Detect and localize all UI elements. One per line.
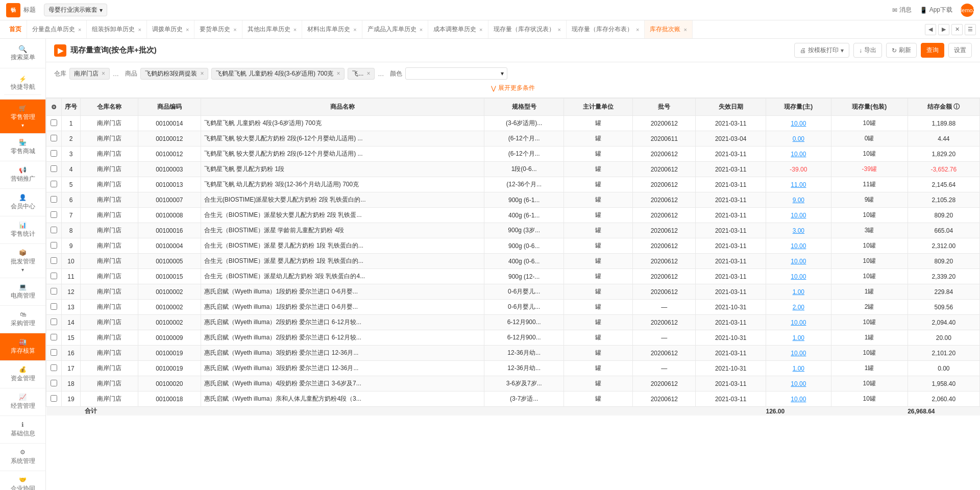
product-tag-1[interactable]: 飞鹤奶粉3段两提装 × — [140, 68, 209, 80]
nav-menu-button[interactable]: ☰ — [965, 24, 976, 35]
cell-qty-main[interactable]: 10.00 — [766, 315, 831, 330]
close-icon[interactable]: × — [186, 27, 189, 33]
row-checkbox[interactable] — [51, 150, 57, 157]
tab-5[interactable]: 其他出库单历史 × — [242, 20, 302, 39]
cell-qty-main[interactable]: 9.00 — [766, 192, 831, 208]
cell-checkbox[interactable] — [46, 238, 62, 254]
cell-checkbox[interactable] — [46, 162, 62, 177]
app-download-button[interactable]: 📱 App下载 — [920, 6, 952, 14]
cell-qty-main[interactable]: 10.00 — [766, 238, 831, 254]
cell-checkbox[interactable] — [46, 346, 62, 361]
cell-checkbox[interactable] — [46, 361, 62, 376]
close-icon[interactable]: × — [200, 70, 204, 77]
row-checkbox[interactable] — [51, 380, 57, 386]
cell-qty-main[interactable]: 10.00 — [766, 208, 831, 223]
cell-qty-main[interactable]: 1.00 — [766, 330, 831, 346]
tab-7[interactable]: 产成品入库单历史 × — [362, 20, 428, 39]
row-checkbox[interactable] — [51, 273, 57, 279]
cell-qty-main[interactable]: 10.00 — [766, 269, 831, 284]
cell-qty-main[interactable]: 10.00 — [766, 116, 831, 131]
row-checkbox[interactable] — [51, 257, 57, 264]
row-checkbox[interactable] — [51, 318, 57, 325]
sidebar-item-operations[interactable]: 📈 经营管理 — [0, 388, 45, 416]
avatar[interactable]: demo2 — [961, 4, 974, 17]
cell-qty-main[interactable]: 10.00 — [766, 346, 831, 361]
search-menu-button[interactable]: 🔍 搜索菜单 — [4, 43, 41, 64]
cell-qty-main[interactable]: 2.00 — [766, 300, 831, 315]
cell-checkbox[interactable] — [46, 269, 62, 284]
nav-right-button[interactable]: ▶ — [938, 24, 949, 35]
row-checkbox[interactable] — [51, 349, 57, 356]
cell-qty-main[interactable]: 3.00 — [766, 223, 831, 238]
quick-nav-button[interactable]: ⚡ 快捷导航 — [4, 72, 41, 95]
product-tag-2[interactable]: 飞鹤星飞帆 儿童奶粉 4段(3-6岁适用) 700克 × — [211, 68, 345, 80]
message-button[interactable]: ✉ 消息 — [892, 6, 912, 14]
cell-qty-main[interactable]: 0.00 — [766, 131, 831, 146]
close-icon[interactable]: × — [420, 27, 423, 33]
cell-checkbox[interactable] — [46, 116, 62, 131]
close-icon[interactable]: × — [293, 27, 297, 33]
row-checkbox[interactable] — [51, 181, 57, 187]
row-checkbox[interactable] — [51, 364, 57, 371]
more-button[interactable]: ... — [113, 69, 119, 78]
cell-checkbox[interactable] — [46, 192, 62, 208]
sidebar-item-ecommerce[interactable]: 💻 电商管理 — [0, 278, 45, 306]
row-checkbox[interactable] — [51, 242, 57, 249]
query-button[interactable]: 查询 — [921, 43, 944, 58]
sidebar-item-basic[interactable]: ℹ 基础信息 — [0, 416, 45, 444]
row-checkbox[interactable] — [51, 395, 57, 402]
cell-qty-main[interactable]: 1.00 — [766, 361, 831, 376]
cell-qty-main[interactable]: 10.00 — [766, 376, 831, 391]
cell-checkbox[interactable] — [46, 146, 62, 162]
warehouse-tag[interactable]: 南岸门店 × — [69, 68, 110, 80]
cell-checkbox[interactable] — [46, 330, 62, 346]
sidebar-item-retail-mall[interactable]: 🏪 零售商城 — [0, 134, 45, 161]
row-checkbox[interactable] — [51, 227, 57, 233]
sidebar-item-inventory[interactable]: 🏭 库存核算 — [0, 333, 45, 361]
sidebar-item-marketing[interactable]: 📢 营销推广 — [0, 161, 45, 189]
close-icon[interactable]: × — [558, 27, 561, 33]
tab-9[interactable]: 现存量（库存状况表） × — [488, 20, 567, 39]
th-checkbox[interactable]: ⚙ — [46, 99, 62, 116]
cell-qty-main[interactable]: 10.00 — [766, 254, 831, 269]
sidebar-item-retail-management[interactable]: 🛒 零售管理 ▾ — [0, 100, 45, 134]
close-icon[interactable]: × — [366, 70, 370, 77]
cell-checkbox[interactable] — [46, 300, 62, 315]
product-tag-3[interactable]: 飞... × — [348, 68, 375, 80]
cell-qty-main[interactable]: 10.00 — [766, 391, 831, 407]
close-icon[interactable]: × — [233, 27, 236, 33]
tab-active[interactable]: 库存批次账 × — [645, 20, 692, 39]
cell-checkbox[interactable] — [46, 376, 62, 391]
close-icon[interactable]: × — [683, 27, 687, 33]
expand-arrow-button[interactable]: ▶ — [54, 44, 66, 57]
row-checkbox[interactable] — [51, 288, 57, 295]
export-button[interactable]: ↓ 导出 — [853, 43, 882, 58]
sidebar-item-finance[interactable]: 💰 资金管理 — [0, 361, 45, 388]
row-checkbox[interactable] — [51, 334, 57, 340]
tab-1[interactable]: 分量盘点单历史 × — [27, 20, 87, 39]
sidebar-item-collaboration[interactable]: 🤝 企业协同 — [0, 471, 45, 490]
cell-checkbox[interactable] — [46, 391, 62, 407]
cell-qty-main[interactable]: 10.00 — [766, 146, 831, 162]
row-checkbox[interactable] — [51, 211, 57, 218]
cell-checkbox[interactable] — [46, 315, 62, 330]
close-icon[interactable]: × — [353, 27, 356, 33]
cell-qty-main[interactable]: 1.00 — [766, 284, 831, 300]
print-button[interactable]: 🖨 按模板打印 ▾ — [794, 43, 849, 58]
sidebar-item-wholesale[interactable]: 📦 批发管理 ▾ — [0, 244, 45, 278]
cell-checkbox[interactable] — [46, 284, 62, 300]
settings-icon[interactable]: ⚙ — [51, 104, 57, 111]
close-icon[interactable]: × — [336, 70, 340, 77]
close-icon[interactable]: × — [479, 27, 482, 33]
row-checkbox[interactable] — [51, 135, 57, 141]
sidebar-item-purchase[interactable]: 🛍 采购管理 — [0, 306, 45, 333]
cell-checkbox[interactable] — [46, 223, 62, 238]
cell-checkbox[interactable] — [46, 208, 62, 223]
close-icon[interactable]: × — [636, 27, 639, 33]
nav-close-button[interactable]: ✕ — [951, 24, 963, 35]
tab-10[interactable]: 现存量（库存分布表） × — [567, 20, 645, 39]
product-more-button[interactable]: ... — [378, 69, 384, 78]
cell-checkbox[interactable] — [46, 177, 62, 192]
cell-qty-main[interactable]: 11.00 — [766, 177, 831, 192]
sidebar-item-member[interactable]: 👤 会员中心 — [0, 189, 45, 216]
